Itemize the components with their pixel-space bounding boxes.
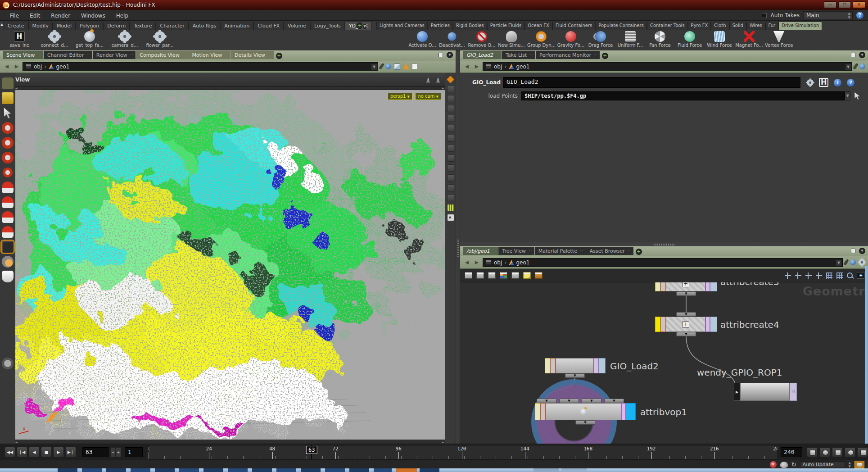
maximize-button[interactable]: ▢ — [838, 1, 851, 8]
taskbar-item[interactable] — [533, 468, 559, 472]
shelf-tool[interactable]: get_top_fa... — [72, 30, 107, 50]
shelf-tab[interactable]: Create — [4, 22, 28, 30]
path-node[interactable]: geo1 — [516, 259, 530, 266]
shelf-tab[interactable]: Logy_Tools — [310, 22, 345, 30]
back-icon[interactable]: ◀ — [463, 259, 471, 267]
sprites-display-icon[interactable] — [447, 145, 454, 152]
network-canvas[interactable]: Geometry + ▼ attribcreate3 ▼ — [460, 282, 868, 444]
wireframe-icon[interactable] — [447, 105, 454, 112]
taskbar-item[interactable] — [301, 468, 321, 472]
pane-tab[interactable]: Scene View∷ — [3, 51, 43, 59]
file-pick-icon[interactable] — [854, 92, 860, 100]
snap-curve-magnet-icon[interactable] — [2, 196, 14, 208]
node-attribcreate3[interactable]: + — [655, 282, 717, 291]
camera-icon[interactable] — [2, 241, 14, 253]
view-pivot-icon[interactable] — [2, 271, 14, 282]
menu-item[interactable]: Help — [111, 13, 134, 19]
toolbox-icon[interactable] — [2, 92, 14, 104]
taskbar-item[interactable] — [325, 468, 345, 472]
taskbar-item[interactable] — [155, 468, 175, 472]
taskbar-item[interactable] — [561, 468, 587, 472]
shelf-tab[interactable]: Lights and Cameras — [376, 22, 428, 30]
menu-item[interactable]: File — [5, 13, 24, 19]
shelf-tab[interactable]: Solid — [729, 22, 746, 30]
display-options-icon[interactable] — [2, 358, 14, 369]
shelf-tool[interactable]: Gravity Fo... — [556, 30, 586, 50]
lock-flag[interactable] — [550, 358, 556, 373]
path-root[interactable]: obj — [494, 259, 502, 266]
path-dropdown-icon[interactable]: ▼ — [836, 260, 841, 266]
shelf-tab[interactable]: Populate Containers — [595, 22, 647, 30]
lock-flag[interactable] — [660, 317, 666, 332]
shelf-menu-icon[interactable]: ▼ — [363, 24, 366, 29]
grid-snap-icon[interactable] — [826, 272, 832, 279]
shelf-tool[interactable]: Wind Force — [705, 30, 734, 50]
back-icon[interactable]: ◀ — [3, 63, 11, 71]
link-icon[interactable] — [859, 64, 865, 69]
forward-icon[interactable]: ▶ — [473, 259, 481, 267]
forward-icon[interactable]: ▶ — [13, 63, 21, 71]
help-icon[interactable]: ? — [856, 12, 863, 19]
shelf-tab[interactable]: Rigid Bodies — [453, 22, 487, 30]
snap-magnet-icon[interactable] — [2, 226, 14, 238]
shelf-tool[interactable]: Magnet Fo... — [734, 30, 764, 50]
playbar-start-field[interactable]: 1 — [125, 447, 143, 457]
node-output[interactable]: ▼ — [575, 420, 595, 425]
materials-icon[interactable] — [447, 184, 454, 191]
node-output[interactable]: ▼ — [565, 373, 585, 378]
path-root[interactable]: obj — [34, 64, 42, 70]
node-input[interactable]: ▼ — [537, 399, 556, 403]
shelf-tab[interactable]: Pyro FX — [688, 22, 711, 30]
shade-mode-icon[interactable] — [447, 95, 454, 102]
shelf-tool[interactable]: Fan Force — [645, 30, 675, 50]
bypass-flag[interactable] — [621, 403, 626, 420]
pane-tab[interactable]: /obj/geo1∷ — [463, 247, 498, 255]
pane-tab[interactable]: Motion View∷ — [188, 51, 231, 59]
pane-tab[interactable]: Tree View∷ — [498, 247, 534, 255]
playback-options-icon[interactable] — [857, 447, 868, 457]
shelf-tab[interactable]: Container Tools — [647, 22, 688, 30]
shadows-icon[interactable] — [447, 174, 454, 182]
node-output[interactable]: ▼ — [676, 291, 696, 296]
menu-item[interactable]: Edit — [24, 13, 45, 19]
menu-item[interactable]: Windows — [76, 13, 111, 19]
taskbar-item[interactable] — [396, 468, 417, 472]
taskbar-item[interactable] — [203, 468, 223, 472]
current-frame-field[interactable]: 63 — [82, 447, 108, 457]
align-horizontal-icon[interactable] — [795, 272, 801, 279]
secure-select-icon[interactable] — [435, 77, 441, 83]
pin-icon[interactable] — [843, 259, 849, 265]
shelf-tool[interactable]: Group Dyn... — [526, 30, 556, 50]
taskbar-item[interactable] — [179, 468, 199, 472]
param-value-field[interactable]: $HIP/test/pp.$F4.gp — [521, 91, 845, 100]
display-flag[interactable] — [710, 317, 717, 332]
visibility-icon[interactable] — [857, 272, 864, 279]
pane-menu-icon[interactable]: ▼ — [859, 52, 865, 58]
stop-button[interactable]: ■ — [41, 447, 52, 458]
shelf-tab[interactable]: Cloud FX — [253, 22, 284, 30]
path-dropdown-icon[interactable]: ▼ — [371, 64, 377, 70]
shelf-tab[interactable]: Modify — [28, 22, 53, 30]
shelf-tool[interactable]: Deactivat... — [437, 30, 467, 50]
path-field[interactable]: obj › geo1 ▼ — [483, 62, 852, 71]
path-root[interactable]: obj — [494, 64, 502, 70]
palette-icon[interactable] — [500, 272, 507, 279]
display-flag-on[interactable] — [626, 403, 636, 420]
play-reverse-button[interactable]: ◀ — [29, 447, 40, 458]
package-icon[interactable] — [535, 272, 542, 279]
pane-tab[interactable]: GIO_Load2∷ — [463, 51, 502, 59]
lock-flag[interactable] — [540, 403, 546, 420]
template-flag-on[interactable] — [655, 317, 660, 332]
help-icon[interactable]: ? — [847, 79, 854, 86]
ortho-view-icon[interactable] — [447, 85, 454, 92]
shelf-tool[interactable]: Vortex Force — [764, 30, 794, 50]
taskbar-item[interactable] — [106, 468, 126, 472]
shelf-tool[interactable]: Fluid Force — [675, 30, 705, 50]
frame-stepper[interactable]: −+ — [110, 447, 121, 457]
taskbar-item[interactable] — [131, 468, 150, 472]
template-flag[interactable] — [545, 358, 550, 373]
lock-flag[interactable] — [660, 282, 666, 291]
taskbar-item[interactable] — [349, 468, 369, 472]
shelf-tab[interactable]: Deform — [103, 22, 130, 30]
bypass-flag[interactable] — [705, 317, 710, 332]
